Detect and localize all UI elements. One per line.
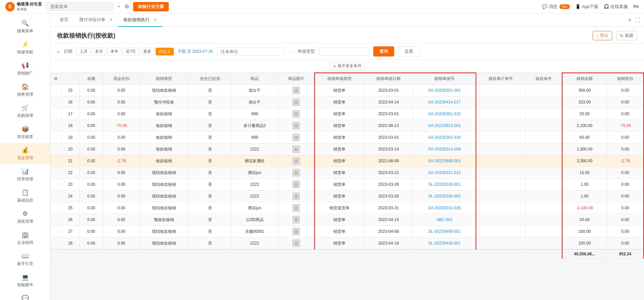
td-goods-image: 🖼 (278, 132, 314, 143)
sidebar-item-label: 基础信息 (17, 198, 33, 203)
td-receipt-condition (525, 238, 562, 250)
chevron-down-icon: ▼ (117, 5, 120, 8)
td-verify-bill-type: 销货单 (315, 179, 364, 190)
bill-type-select[interactable] (319, 47, 369, 56)
td-verify-type: 收款核销 (140, 132, 189, 143)
app-download-item[interactable]: 📱 App下载 (575, 4, 598, 10)
td-verify-bill-date: 2023-04-08 (364, 226, 413, 238)
sidebar-item-basic[interactable]: 📋 基础信息 (0, 185, 50, 207)
refresh-button[interactable]: ↻ 刷新 (616, 31, 637, 40)
td-verify-bill-date: 2023-03-01 (364, 108, 413, 120)
table-row: 20 0.00 0.00 收款核销 否 2222 🖼 销货单 2023-03-1… (51, 143, 644, 155)
td-receipt-order-no (476, 120, 525, 132)
table-row: 16 0.00 0.00 预付冲应收 否 老白干 🖼 销货单 2023-04-1… (51, 96, 644, 108)
td-cash-discount: 0.00 (103, 202, 140, 214)
td-receipt-condition (525, 179, 562, 190)
tab-expand-icon[interactable]: ⛶ (635, 17, 640, 23)
table-body: 15 0.00 0.00 现结收款核销 否 老白干 🖼 销货单 2023-03-… (51, 85, 644, 250)
industry-button[interactable]: 休验行业方案 (133, 2, 169, 11)
sidebar-item-purchase[interactable]: 🛒 采购管理 (0, 101, 50, 122)
td-receipt-condition (525, 96, 562, 108)
td-include-cleared: 否 (189, 155, 232, 167)
sidebar-item-hardware[interactable]: 💻 智能硬件 (0, 270, 50, 291)
date-btn-this-year[interactable]: 本年 (107, 48, 121, 55)
sidebar-item-enterprise[interactable]: 🏢 企业协同 (0, 228, 50, 249)
td-verify-bill-type: 销货单 (315, 190, 364, 202)
date-btn-7days[interactable]: 近7天 (123, 48, 139, 55)
td-balance: 0.00 (79, 85, 103, 96)
td-include-cleared: 否 (189, 167, 232, 179)
sidebar-item-fund[interactable]: 💰 资金管理 (0, 143, 50, 164)
sidebar-item-operations[interactable]: 📊 经营管理 (0, 164, 50, 185)
tab-home[interactable]: 首页 (54, 13, 74, 27)
td-goods-image: 🖼 (278, 190, 314, 202)
message-item[interactable]: 💬 消息 99+ (542, 4, 570, 10)
tab-receipt-close[interactable]: ✕ (154, 17, 157, 22)
td-verify-discount: 0.00 (607, 238, 644, 250)
th-goods: 商品 (231, 73, 278, 85)
td-receipt-order-no (476, 85, 525, 96)
sidebar-item-marketing[interactable]: 📢 营销推广 (0, 58, 50, 80)
td-include-cleared: 否 (189, 96, 232, 108)
page-header: 收款核销执行(按收款) ↑ 导出 ↻ 刷新 (50, 27, 644, 43)
date-btn-more[interactable]: 更多 (140, 48, 154, 55)
td-verify-discount: 0.00 (607, 108, 644, 120)
td-verify-bill-date: 2023-04-18 (364, 238, 413, 250)
sales-icon: 🏠 (21, 83, 29, 90)
date-btn-this-month[interactable]: 本月 (92, 48, 106, 55)
sidebar-item-system[interactable]: ⚙ 系统管理 (0, 207, 50, 228)
td-verify-bill-type: 销货单 (315, 155, 364, 167)
filter-collapse-icon[interactable]: » (57, 49, 60, 54)
td-verify-bill-type: 销货单 (315, 167, 364, 179)
td-settings (51, 202, 61, 214)
td-verify-bill-date: 2022-04-14 (364, 214, 413, 226)
sidebar-item-guide[interactable]: 📖 新手引导 (0, 249, 50, 270)
td-balance: 0.00 (79, 202, 103, 214)
td-settings (51, 132, 61, 143)
td-balance: 0.00 (79, 143, 103, 155)
date-btn-last-month[interactable]: 上月 (76, 48, 91, 55)
footer-verify-discount: 952.24 (607, 249, 644, 259)
td-receipt-order-no (476, 179, 525, 190)
mobile-icon: 📱 (575, 4, 581, 9)
sidebar-item-wechat[interactable]: 💬 企业微信 (0, 291, 50, 300)
tab-prepay[interactable]: 预付冲应付单 ✕ (74, 13, 118, 27)
search-input[interactable] (46, 2, 113, 11)
date-btn-custom[interactable]: 自定义 (156, 48, 174, 55)
th-balance: 余额 (79, 73, 103, 85)
td-include-cleared: 否 (189, 120, 232, 132)
sidebar-item-sales[interactable]: 🏠 销售管理 (0, 80, 50, 101)
sidebar-item-label: 企业协同 (17, 240, 33, 246)
sidebar-item-search[interactable]: 🔍 搜索菜单 (0, 16, 50, 37)
td-verify-type: 预收款核销 (140, 214, 189, 226)
partner-input[interactable] (217, 47, 284, 56)
th-include-cleared: 包含已结清 (189, 73, 232, 85)
td-receipt-condition (525, 108, 562, 120)
tab-prepay-close[interactable]: ✕ (109, 17, 113, 22)
table-row: 17 0.00 0.00 收款核销 否 999 🖼 销货单 2023-03-01… (51, 108, 644, 120)
sidebar-item-label: 智能硬件 (17, 282, 33, 288)
td-verify-discount: 0.00 (607, 167, 644, 179)
table-row: 23 0.00 0.00 现结收款核销 否 2222 🖼 销货单 2023-03… (51, 179, 644, 190)
expand-conditions-button[interactable]: ∨ 展开更多条件 (329, 62, 365, 70)
sidebar-item-inventory[interactable]: 📦 库存核算 (0, 122, 50, 143)
settings-gear-button[interactable]: ⚙ (124, 3, 129, 10)
td-verify-type: 现结收款核销 (140, 238, 189, 250)
td-verify-amount: 20.00 (562, 214, 607, 226)
query-button[interactable]: 查询 (373, 46, 394, 56)
td-balance: 0.00 (79, 155, 103, 167)
export-button[interactable]: ↑ 导出 (593, 31, 612, 40)
tab-close-all-icon[interactable]: ✕ (628, 17, 632, 23)
sidebar-item-quicknav[interactable]: ⚡ 快捷导航 (0, 37, 50, 58)
td-seq: 28 (61, 238, 79, 250)
tab-receipt[interactable]: 收款核销执行 ✕ (118, 13, 162, 27)
td-cash-discount: 0.00 (103, 179, 140, 190)
filter-settings-button[interactable]: 设置 (398, 46, 420, 57)
td-verify-amount: 1.00 (562, 179, 607, 190)
td-verify-bill-date: 2021-08-13 (364, 120, 413, 132)
main-table: ⚙ 余额 现金折扣 核销类型 包含已结清 商品 商品图片 核销单据类型 核销单据… (50, 73, 644, 259)
td-verify-bill-type: 销货单 (315, 132, 364, 143)
th-settings[interactable]: ⚙ (51, 73, 61, 85)
online-service-item[interactable]: 🎧 在线客服 (604, 4, 628, 10)
td-receipt-order-no (476, 108, 525, 120)
